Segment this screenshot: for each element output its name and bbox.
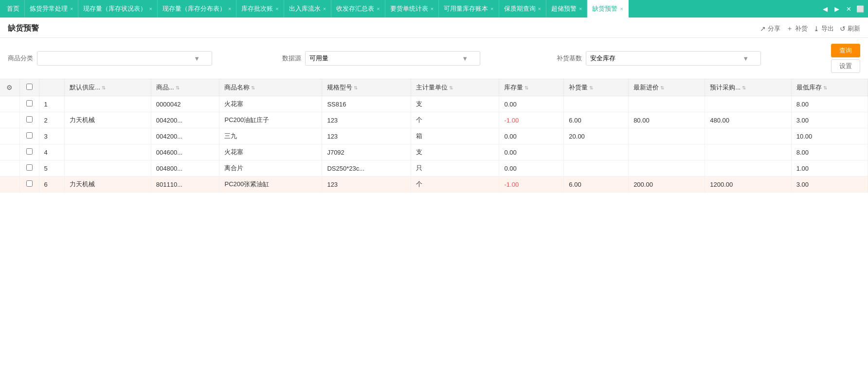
row-stock-qty: -1.00 — [499, 176, 564, 193]
tab-prev-button[interactable]: ◀ — [819, 0, 831, 18]
tab-expiry-query[interactable]: 保质期查询 × — [499, 0, 546, 18]
tab-close-inout-flow[interactable]: × — [323, 6, 326, 12]
th-gear[interactable]: ⚙ — [0, 79, 19, 96]
th-unit[interactable]: 主计量单位 ⇅ — [411, 79, 499, 96]
tab-overstock[interactable]: 超储预警 × — [546, 0, 587, 18]
row-checkbox-cell[interactable] — [19, 96, 39, 112]
th-default-supplier[interactable]: 默认供应... ⇅ — [65, 79, 151, 96]
tab-batch-account[interactable]: 库存批次账 × — [236, 0, 284, 18]
share-button[interactable]: ↗ 分享 — [760, 24, 780, 33]
page-content: 缺货预警 ↗ 分享 ＋ 补货 ⤓ 导出 ↺ 刷新 商品分类 — [0, 18, 868, 387]
table-row: 5 004800... 离合片 DS250*23c... 只 0.00 1.00 — [0, 160, 868, 176]
tab-abnormal[interactable]: 炼货异常处理 × — [25, 0, 78, 18]
th-latest-price[interactable]: 最新进价 ⇅ — [629, 79, 705, 96]
sort-est-purchase-icon: ⇅ — [742, 85, 746, 90]
datasource-label: 数据源 — [282, 54, 301, 63]
export-button[interactable]: ⤓ 导出 — [814, 24, 834, 33]
row-gear-cell — [0, 96, 19, 112]
row-supplier: 力天机械 — [65, 112, 151, 128]
sort-min-stock-icon: ⇅ — [823, 85, 827, 90]
th-product-code[interactable]: 商品... ⇅ — [151, 79, 219, 96]
select-all-checkbox[interactable] — [26, 84, 33, 90]
tab-close-expiry-query[interactable]: × — [538, 6, 541, 12]
tab-close-available-ledger[interactable]: × — [490, 6, 493, 12]
row-product-code: 004800... — [151, 160, 219, 176]
row-replenish-qty: 6.00 — [564, 112, 629, 128]
tab-stock-dist[interactable]: 现存量（库存分布表） × — [158, 0, 236, 18]
th-spec[interactable]: 规格型号 ⇅ — [322, 79, 411, 96]
tab-close-abnormal[interactable]: × — [70, 6, 73, 12]
row-supplier: 力天机械 — [65, 176, 151, 193]
th-est-purchase[interactable]: 预计采购... ⇅ — [705, 79, 791, 96]
row-checkbox-cell[interactable] — [19, 112, 39, 128]
tab-close-batch-account[interactable]: × — [275, 6, 278, 12]
header-actions: ↗ 分享 ＋ 补货 ⤓ 导出 ↺ 刷新 — [760, 24, 860, 33]
row-unit: 支 — [411, 144, 499, 160]
tab-close-stock-status[interactable]: × — [149, 6, 152, 12]
tab-close-collect-summary[interactable]: × — [377, 6, 380, 12]
th-replenish-qty[interactable]: 补货量 ⇅ — [564, 79, 629, 96]
row-unit: 箱 — [411, 128, 499, 144]
row-spec: DS250*23c... — [322, 160, 411, 176]
category-select[interactable]: ▼ — [37, 51, 212, 66]
replenish-base-select[interactable]: 安全库存 ▼ — [586, 51, 761, 66]
row-product-code: 004200... — [151, 112, 219, 128]
replenish-base-filter-group: 补货基数 安全库存 ▼ — [557, 51, 819, 66]
data-table: ⚙ 默认供应... ⇅ 商品... — [0, 79, 868, 193]
th-stock-qty[interactable]: 库存量 ⇅ — [499, 79, 564, 96]
row-checkbox[interactable] — [26, 148, 33, 155]
th-checkbox[interactable] — [19, 79, 39, 96]
row-gear-cell — [0, 128, 19, 144]
row-product-code: 0000042 — [151, 96, 219, 112]
tab-expand-button[interactable]: ⬜ — [854, 0, 866, 18]
row-replenish-qty: 20.00 — [564, 128, 629, 144]
row-checkbox[interactable] — [26, 164, 33, 171]
tab-close-requisition-stat[interactable]: × — [431, 6, 434, 12]
tab-close-overstock[interactable]: × — [579, 6, 582, 12]
tab-next-button[interactable]: ▶ — [831, 0, 843, 18]
row-stock-qty: -1.00 — [499, 112, 564, 128]
row-checkbox[interactable] — [26, 116, 33, 123]
row-supplier — [65, 160, 151, 176]
replenish-button[interactable]: ＋ 补货 — [786, 24, 808, 33]
row-replenish-qty: 6.00 — [564, 176, 629, 193]
table-row: 6 力天机械 801110... PC200张紧油缸 123 个 -1.00 6… — [0, 176, 868, 193]
row-checkbox[interactable] — [26, 100, 33, 106]
row-checkbox-cell[interactable] — [19, 128, 39, 144]
row-index: 3 — [39, 128, 65, 144]
tab-shortage[interactable]: 缺货预警 × — [587, 0, 628, 18]
row-product-name: PC200油缸庄子 — [219, 112, 322, 128]
row-checkbox-cell[interactable] — [19, 144, 39, 160]
row-min-stock: 3.00 — [791, 176, 868, 193]
table-row: 2 力天机械 004200... PC200油缸庄子 123 个 -1.00 6… — [0, 112, 868, 128]
settings-button[interactable]: 设置 — [831, 59, 860, 73]
row-checkbox[interactable] — [26, 180, 33, 187]
row-min-stock: 1.00 — [791, 160, 868, 176]
refresh-button[interactable]: ↺ 刷新 — [840, 24, 860, 33]
row-spec: SS816 — [322, 96, 411, 112]
tab-close-shortage[interactable]: × — [620, 6, 623, 12]
query-button[interactable]: 查询 — [831, 44, 860, 57]
tab-available-ledger[interactable]: 可用量库存账本 × — [439, 0, 499, 18]
tab-close-stock-dist[interactable]: × — [228, 6, 231, 12]
tab-stock-status[interactable]: 现存量（库存状况表） × — [78, 0, 157, 18]
th-min-stock[interactable]: 最低库存 ⇅ — [791, 79, 868, 96]
tab-close-all-button[interactable]: ✕ — [843, 0, 854, 18]
tab-requisition-stat[interactable]: 要货单统计表 × — [385, 0, 439, 18]
row-checkbox[interactable] — [26, 132, 33, 139]
th-product-name[interactable]: 商品名称 ⇅ — [219, 79, 322, 96]
tab-collect-summary[interactable]: 收发存汇总表 × — [331, 0, 385, 18]
row-checkbox-cell[interactable] — [19, 160, 39, 176]
tab-inout-flow[interactable]: 出入库流水 × — [284, 0, 331, 18]
replenish-base-label: 补货基数 — [557, 54, 582, 63]
gear-icon[interactable]: ⚙ — [6, 84, 13, 91]
row-index: 2 — [39, 112, 65, 128]
row-est-purchase — [705, 144, 791, 160]
refresh-icon: ↺ — [840, 25, 846, 33]
datasource-select[interactable]: 可用量 ▼ — [305, 51, 480, 66]
row-checkbox-cell[interactable] — [19, 176, 39, 193]
tab-home[interactable]: 首页 — [2, 0, 25, 18]
row-unit: 个 — [411, 112, 499, 128]
th-index — [39, 79, 65, 96]
filter-actions: 查询 设置 — [831, 44, 860, 73]
